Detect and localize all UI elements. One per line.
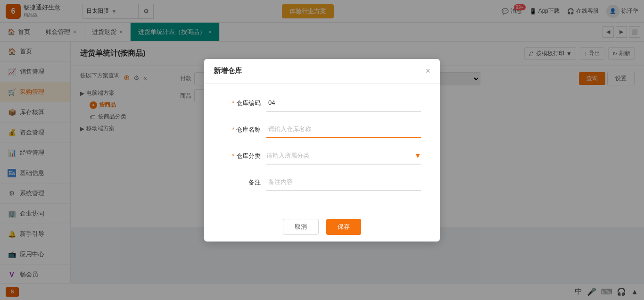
code-input[interactable] (266, 95, 421, 112)
code-label: 仓库编码 (223, 99, 261, 108)
dialog-close-btn[interactable]: × (425, 67, 430, 75)
save-button[interactable]: 保存 (326, 219, 361, 235)
category-label: 仓库分类 (223, 152, 261, 160)
category-select[interactable]: 请输入所属分类 ▼ (266, 148, 421, 165)
dialog-add-warehouse: 新增仓库 × 仓库编码 仓库名称 仓库分类 请输入所属分类 ▼ (204, 59, 440, 242)
modal-overlay: 新增仓库 × 仓库编码 仓库名称 仓库分类 请输入所属分类 ▼ (0, 0, 644, 300)
form-row-category: 仓库分类 请输入所属分类 ▼ (223, 148, 421, 165)
name-input[interactable] (266, 121, 421, 138)
category-placeholder: 请输入所属分类 (266, 151, 414, 160)
form-row-remark: 备注 (223, 174, 421, 191)
dialog-header: 新增仓库 × (204, 59, 440, 83)
cancel-button[interactable]: 取消 (283, 219, 319, 235)
name-label: 仓库名称 (223, 125, 261, 134)
form-row-code: 仓库编码 (223, 95, 421, 112)
remark-input[interactable] (266, 174, 421, 191)
category-arrow-icon: ▼ (414, 152, 421, 159)
form-row-name: 仓库名称 (223, 121, 421, 138)
dialog-title: 新增仓库 (214, 67, 242, 75)
dialog-footer: 取消 保存 (204, 212, 440, 242)
dialog-body: 仓库编码 仓库名称 仓库分类 请输入所属分类 ▼ 备注 (204, 83, 440, 212)
remark-label: 备注 (223, 178, 261, 187)
